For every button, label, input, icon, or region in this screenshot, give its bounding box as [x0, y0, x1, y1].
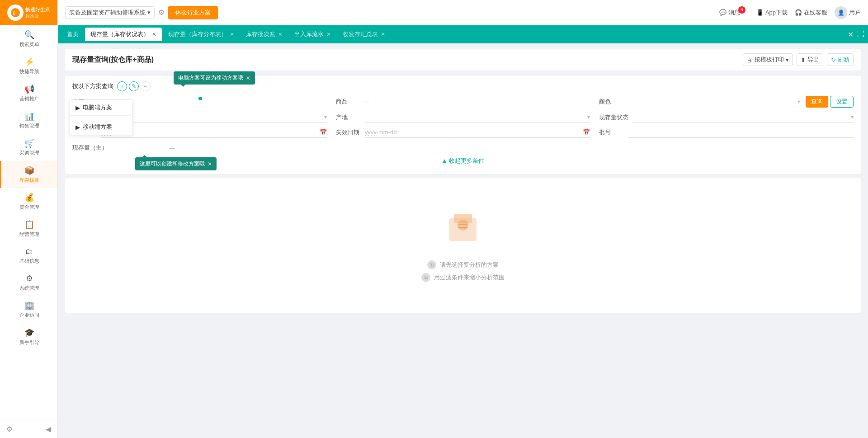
tab-inventory-batch-label: 库存批次账: [246, 30, 275, 38]
warehouse-select-wrapper[interactable]: ···: [101, 96, 327, 107]
inventory-icon: 📦: [24, 165, 34, 175]
pc-scheme-item[interactable]: ▶ 电脑端方案: [70, 100, 132, 115]
tab-inventory-dist[interactable]: 现存量（库存分布表） ✕: [163, 28, 240, 41]
sidebar-item-operations[interactable]: 📋 经营管理: [0, 215, 57, 242]
dot-connector: [198, 97, 202, 100]
origin-select-wrapper[interactable]: ▾: [365, 112, 590, 122]
export-button[interactable]: ⬆ 导出: [797, 53, 823, 66]
scheme-tooltip-text: 电脑方案可设为移动方案哦: [178, 74, 243, 82]
finance-icon: 💰: [24, 193, 34, 203]
qty-min-input[interactable]: [111, 142, 165, 153]
selector-arrow-icon: ▾: [147, 9, 151, 16]
back-scheme-button[interactable]: ←: [141, 81, 151, 91]
tab-home[interactable]: 首页: [61, 28, 84, 41]
sidebar-item-quick-nav[interactable]: ⚡ 快捷导航: [0, 52, 57, 80]
tab-io-flow-label: 出入库流水: [294, 30, 324, 38]
color-select-wrapper[interactable]: ▾: [628, 97, 800, 107]
support-icon: 🎧: [795, 9, 802, 16]
tab-inventory-dist-label: 现存量（库存分布表）: [168, 30, 227, 38]
add-scheme-button[interactable]: +: [117, 81, 127, 91]
sidebar-item-search-menu[interactable]: 🔍 搜索菜单: [0, 25, 57, 52]
sidebar-item-guide[interactable]: 🎓 新手引导: [0, 323, 57, 350]
origin-arrow-icon: ▾: [587, 114, 590, 120]
user-item[interactable]: 👤 用户: [835, 6, 861, 19]
origin-label: 产地: [336, 113, 361, 122]
pc-scheme-label: 电脑端方案: [83, 104, 112, 112]
header: 装备及固定资产辅助管理系统 ▾ ⚙ 体验行业方案 💬 消息 6 📱 App下载 …: [58, 0, 868, 25]
mobile-scheme-item[interactable]: ▶ 移动端方案: [70, 119, 132, 135]
refresh-button[interactable]: ↻ 刷新: [827, 53, 854, 66]
exp-date-placeholder: yyyy-mm-dd: [365, 129, 581, 136]
tab-inventory-dist-close[interactable]: ✕: [230, 31, 234, 38]
sidebar-item-marketing-label: 营销推广: [19, 95, 39, 102]
scheme-tooltip-close[interactable]: ✕: [246, 75, 250, 81]
sidebar-collapse-icon[interactable]: ◀: [46, 425, 51, 433]
system-icon: ⚙: [26, 273, 33, 283]
tab-io-flow[interactable]: 出入库流水 ✕: [289, 28, 336, 41]
prod-date-input[interactable]: yyyy-mm-dd 📅: [101, 127, 327, 138]
sidebar-item-finance-label: 资金管理: [19, 204, 39, 211]
tab-io-flow-close[interactable]: ✕: [326, 31, 331, 38]
brand-badge: 标准版: [25, 13, 50, 19]
sidebar-logo: 6 畅通好生意 标准版: [0, 0, 57, 25]
product-select-wrapper[interactable]: ···: [365, 96, 590, 107]
batch-input[interactable]: [628, 127, 854, 138]
sidebar-item-marketing[interactable]: 📢 营销推广: [0, 80, 57, 107]
sidebar-item-basic-info[interactable]: 🗂 基础信息: [0, 242, 57, 269]
exp-date-input[interactable]: yyyy-mm-dd 📅: [365, 127, 590, 138]
template-print-label: 按模板打印: [755, 56, 784, 64]
header-gear-icon[interactable]: ⚙: [158, 8, 165, 17]
inv-status-select-wrapper[interactable]: ▾: [632, 112, 854, 122]
app-download-item[interactable]: 📱 App下载: [756, 9, 788, 17]
export-icon: ⬆: [801, 57, 806, 63]
sidebar-item-enterprise[interactable]: 🏢 企业协同: [0, 296, 57, 323]
qty-max-input[interactable]: [179, 142, 233, 153]
sidebar-item-search-menu-label: 搜索菜单: [19, 41, 39, 48]
expand-pc-icon: ▶: [75, 104, 80, 111]
messages-item[interactable]: 💬 消息 6: [719, 9, 749, 17]
page-actions: 🖨 按模板打印 ▾ ⬆ 导出 ↻ 刷新: [743, 53, 854, 66]
system-selector[interactable]: 装备及固定资产辅助管理系统 ▾: [65, 6, 155, 19]
sales-icon: 📊: [24, 111, 34, 121]
setting-button[interactable]: 设置: [830, 96, 854, 108]
exp-date-calendar-icon[interactable]: 📅: [583, 129, 590, 136]
mobile-scheme-label: 移动端方案: [83, 123, 112, 131]
sidebar-settings-icon[interactable]: ⚙: [6, 425, 13, 433]
template-print-button[interactable]: 🖨 按模板打印 ▾: [743, 53, 793, 66]
sidebar-item-purchase[interactable]: 🛒 采购管理: [0, 134, 57, 161]
main-area: 装备及固定资产辅助管理系统 ▾ ⚙ 体验行业方案 💬 消息 6 📱 App下载 …: [58, 0, 868, 438]
empty-step2-text: 用过滤条件来缩小分析范围: [434, 273, 505, 282]
tab-close-all-icon[interactable]: ✕: [848, 30, 854, 39]
size-select-wrapper[interactable]: ▾: [101, 112, 327, 122]
sidebar-item-guide-label: 新手引导: [19, 339, 39, 346]
tab-recv-send-close[interactable]: ✕: [381, 31, 385, 38]
prod-date-calendar-icon[interactable]: 📅: [320, 129, 327, 136]
sidebar-item-operations-label: 经营管理: [19, 231, 39, 238]
tab-inventory-batch[interactable]: 库存批次账 ✕: [241, 28, 288, 41]
trial-button[interactable]: 体验行业方案: [168, 6, 218, 19]
product-label: 商品: [336, 98, 361, 106]
tab-inventory-batch-close[interactable]: ✕: [278, 31, 283, 38]
sidebar-item-system[interactable]: ⚙ 系统管理: [0, 269, 57, 296]
sidebar-item-inventory[interactable]: 📦 库存核算: [0, 161, 57, 188]
tab-fullscreen-icon[interactable]: ⛶: [857, 30, 864, 39]
exp-date-label: 失效日期: [336, 128, 361, 137]
size-arrow-icon: ▾: [324, 114, 327, 120]
empty-step1-text: 请先选择要分析的方案: [440, 261, 499, 269]
filter-row-batch: 批号: [599, 127, 854, 138]
brand-icon: 6: [7, 5, 24, 21]
edit-scheme-button[interactable]: ✎: [129, 81, 139, 91]
tab-recv-send[interactable]: 收发存汇总表 ✕: [337, 28, 391, 41]
filter-grid-row3: 生产日期 yyyy-mm-dd 📅 失效日期 yyyy-mm-dd 📅: [72, 127, 854, 138]
online-support-item[interactable]: 🎧 在线客服: [795, 9, 827, 17]
phone-icon: 📱: [756, 9, 764, 16]
step1-num: ①: [427, 260, 436, 269]
tab-inventory-status-close[interactable]: ✕: [152, 31, 156, 38]
sidebar-item-sales[interactable]: 📊 销售管理: [0, 107, 57, 134]
create-scheme-tooltip-close[interactable]: ✕: [208, 161, 212, 167]
warehouse-dots: ···: [101, 98, 327, 105]
sidebar-item-finance[interactable]: 💰 资金管理: [0, 188, 57, 215]
tab-inventory-status[interactable]: 现存量（库存状况表） ✕: [85, 28, 162, 41]
page-title: 现存量查询(按仓库+商品): [72, 55, 154, 65]
search-button[interactable]: 查询: [806, 96, 828, 108]
